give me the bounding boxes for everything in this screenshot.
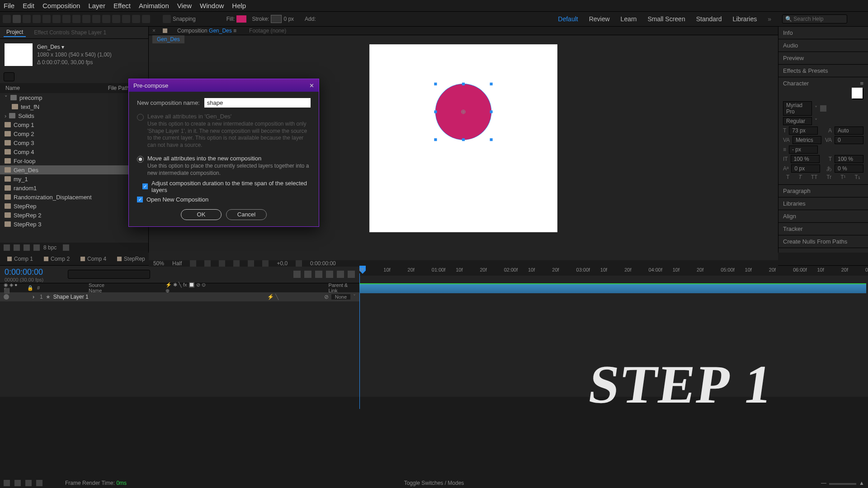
handle-ml[interactable] [434, 111, 437, 113]
breadcrumb[interactable]: Gen_Des [152, 35, 184, 43]
close-icon[interactable]: ✕ [309, 82, 314, 89]
footage-tab[interactable]: Footage (none) [246, 27, 289, 35]
menu-help[interactable]: Help [232, 2, 246, 9]
sb-icon-1[interactable] [4, 480, 10, 486]
workspace-small-screen[interactable]: Small Screen [647, 15, 685, 23]
panel-create-nulls-from-paths[interactable]: Create Nulls From Paths [778, 235, 868, 248]
trash-icon[interactable] [63, 244, 69, 251]
cancel-button[interactable]: Cancel [226, 209, 267, 220]
project-item[interactable]: text_fN [0, 102, 148, 111]
interpret-icon[interactable] [4, 244, 10, 251]
visibility-icon[interactable] [4, 294, 9, 300]
layer-name[interactable]: Shape Layer 1 [53, 294, 264, 300]
checkbox-open[interactable]: ✓ [137, 197, 143, 202]
new-comp-input[interactable] [204, 98, 311, 108]
bpc-label[interactable]: 8 bpc [43, 244, 57, 251]
anchor-tool[interactable] [62, 15, 71, 23]
tl-icon-6[interactable] [348, 271, 355, 278]
project-tree[interactable]: ˅precomptext_fN›SolidsComp 1Comp 2Comp 3… [0, 93, 148, 243]
stroke-swatch[interactable] [271, 15, 282, 23]
tl-icon-4[interactable] [326, 271, 333, 278]
snap-icon[interactable] [163, 15, 171, 23]
menu-window[interactable]: Window [200, 2, 224, 9]
workspace-standard[interactable]: Standard [696, 15, 722, 23]
project-item[interactable]: Randomization_Displacement [0, 192, 148, 202]
layer-bar[interactable] [359, 283, 866, 293]
zoom-dropdown[interactable]: 50% [153, 260, 164, 267]
project-tab[interactable]: Project [4, 28, 26, 37]
snapping-label[interactable]: Snapping [173, 16, 196, 22]
help-search[interactable]: 🔍 Search Help [782, 14, 847, 23]
panel-paragraph[interactable]: Paragraph [778, 185, 868, 197]
project-item[interactable]: For-loop [0, 156, 148, 165]
comp-tab[interactable]: Comp 4 [76, 254, 111, 263]
roto-tool[interactable] [132, 15, 140, 23]
render-icon[interactable] [262, 260, 269, 267]
ok-button[interactable]: OK [181, 209, 222, 220]
panel-character[interactable]: Character≡Myriad Pro˅Regular˅T73 pxAAuto… [778, 77, 868, 185]
workspace-learn[interactable]: Learn [621, 15, 637, 23]
brush-tool[interactable] [102, 15, 110, 23]
type-tool[interactable] [92, 15, 100, 23]
menu-edit[interactable]: Edit [23, 2, 34, 9]
zoom-slider[interactable] [829, 483, 856, 485]
handle-bl[interactable] [434, 138, 437, 141]
project-item[interactable]: ›Solids [0, 111, 148, 120]
adjust-icon[interactable] [33, 244, 40, 251]
layer-row[interactable]: › 1 ★ Shape Layer 1 ⚡ ╲ ⊘ None ˅ [0, 292, 359, 301]
handle-tc[interactable] [462, 83, 465, 85]
comp-tab-label[interactable]: Composition Gen_Des ≡ [175, 27, 239, 35]
puppet-tool[interactable] [142, 15, 150, 23]
project-item[interactable]: random1 [0, 183, 148, 192]
panel-effects-&-presets[interactable]: Effects & Presets [778, 65, 868, 77]
region-icon[interactable] [219, 260, 225, 267]
res-dropdown[interactable]: Half [172, 260, 182, 267]
panel-libraries[interactable]: Libraries [778, 197, 868, 210]
snapshot-icon[interactable] [296, 260, 302, 267]
handle-br[interactable] [490, 138, 493, 141]
workspace-review[interactable]: Review [589, 15, 610, 23]
transparency-icon[interactable] [233, 260, 240, 267]
menu-layer[interactable]: Layer [88, 2, 105, 9]
eraser-tool[interactable] [122, 15, 130, 23]
time-ruler[interactable]: 0f10f20f01:00f10f20f02:00f10f20f03:00f10… [359, 266, 868, 276]
clone-tool[interactable] [112, 15, 120, 23]
3d-icon[interactable] [248, 260, 254, 267]
comp-tab[interactable]: StepRep [113, 254, 150, 263]
project-item[interactable]: StepRep 3 [0, 220, 148, 229]
zoom-tool[interactable] [33, 15, 41, 23]
menu-view[interactable]: View [177, 2, 192, 9]
checkbox-adjust[interactable]: ✓ [142, 183, 148, 189]
project-item[interactable]: Comp 4 [0, 147, 148, 156]
workspace-default[interactable]: Default [558, 15, 578, 23]
menu-animation[interactable]: Animation [139, 2, 169, 9]
exposure[interactable]: +0,0 [277, 260, 288, 267]
project-item[interactable]: Gen_Des [0, 165, 148, 174]
canvas[interactable]: ⊕ [369, 44, 557, 232]
tl-icon-1[interactable] [293, 271, 301, 278]
radio-move[interactable] [137, 156, 144, 163]
panel-audio[interactable]: Audio [778, 39, 868, 52]
mask-icon[interactable] [204, 260, 211, 267]
project-item[interactable]: my_1 [0, 174, 148, 183]
home-tool[interactable] [3, 15, 11, 23]
comp-icon[interactable] [24, 244, 30, 251]
project-item[interactable]: ˅precomp [0, 93, 148, 102]
sb-icon-2[interactable] [14, 480, 21, 486]
tl-icon-2[interactable] [304, 271, 311, 278]
handle-mr[interactable] [490, 111, 493, 113]
zoom-in-icon[interactable]: ▲ [859, 480, 864, 486]
effect-controls-tab[interactable]: Effect Controls Shape Layer 1 [31, 28, 109, 37]
selection-tool[interactable] [13, 15, 21, 23]
project-search[interactable] [4, 72, 14, 81]
comp-tab[interactable]: Comp 1 [3, 254, 38, 263]
tl-icon-5[interactable] [337, 271, 344, 278]
zoom-out-icon[interactable]: — [821, 480, 826, 486]
menu-file[interactable]: File [4, 2, 14, 9]
panel-info[interactable]: Info [778, 27, 868, 39]
workspace-libraries[interactable]: Libraries [733, 15, 757, 23]
handle-tl[interactable] [434, 83, 437, 85]
fill-swatch[interactable] [236, 15, 246, 23]
rect-tool[interactable] [72, 15, 80, 23]
rotate-tool[interactable] [52, 15, 61, 23]
